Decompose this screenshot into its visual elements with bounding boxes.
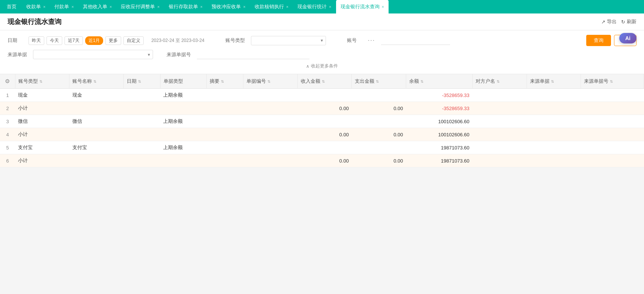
query-button[interactable]: 查询: [586, 35, 611, 46]
col-expense[interactable]: 支出金额⇅: [352, 74, 406, 89]
export-button[interactable]: ↗ 导出: [601, 18, 617, 25]
nav-tab-close-qitashoru[interactable]: ×: [110, 0, 112, 13]
col-settings[interactable]: ⚙: [0, 74, 15, 89]
table-cell: [123, 115, 160, 128]
table-cell: 5: [0, 141, 15, 154]
table-cell: [207, 89, 243, 102]
nav-tab-close-shoukuanhexiao[interactable]: ×: [286, 0, 288, 13]
date-shortcut-近1月[interactable]: 近1月: [85, 36, 104, 45]
table-cell: 0.00: [297, 102, 352, 115]
nav-tab-xianjinyinhangstatistic[interactable]: 现金银行统计×: [293, 0, 336, 13]
table-cell: 小计: [15, 128, 69, 141]
table-cell: [160, 154, 206, 167]
col-bill-no[interactable]: 单据编号⇅: [243, 74, 298, 89]
header-actions: ↗ 导出 ↻ 刷新: [601, 18, 636, 25]
account-type-select[interactable]: 现金 微信 支付宝: [251, 36, 326, 45]
table-cell: [581, 154, 644, 167]
nav-tab-close-yingshouyingfu[interactable]: ×: [157, 0, 159, 13]
table-cell: [472, 115, 527, 128]
table-row: 1现金现金上期余额-3528659.33: [0, 89, 644, 102]
account-dots[interactable]: ···: [368, 37, 375, 44]
nav-tab-qitashoru[interactable]: 其他收入单×: [78, 0, 116, 13]
refresh-button[interactable]: ↻ 刷新: [621, 18, 636, 25]
table-cell: [297, 115, 352, 128]
table-cell: [297, 141, 352, 154]
date-shortcut-昨天[interactable]: 昨天: [29, 36, 44, 45]
table-cell: [581, 128, 644, 141]
col-counterpart[interactable]: 对方户名⇅: [472, 74, 527, 89]
date-shortcut-自定义[interactable]: 自定义: [123, 36, 144, 45]
table-row: 3微信微信上期余额100102606.60: [0, 115, 644, 128]
nav-tab-xianjinyinhangliushui[interactable]: 现金银行流水查询×: [336, 0, 389, 13]
table-cell: 小计: [15, 154, 69, 167]
table-cell: [243, 141, 298, 154]
filter-area: 日期 昨天今天近7天近1月更多自定义 2023-02-24 至 2023-03-…: [0, 30, 644, 74]
ai-button[interactable]: Ai: [619, 33, 636, 43]
table-cell: 支付宝: [69, 141, 124, 154]
table-cell: [581, 102, 644, 115]
account-type-select-wrapper: 现金 微信 支付宝: [251, 36, 326, 45]
table-cell: -3528659.33: [406, 89, 472, 102]
nav-tabs: 收款单×付款单×其他收入单×应收应付调整单×银行存取款单×预收冲应收单×收款核销…: [22, 0, 389, 13]
settings-gear-icon[interactable]: ⚙: [5, 78, 10, 84]
table-cell: [472, 102, 527, 115]
nav-tab-yingshouyingfu[interactable]: 应收应付调整单×: [116, 0, 164, 13]
col-source-bill[interactable]: 来源单据⇅: [527, 74, 581, 89]
nav-tab-close-fukuan[interactable]: ×: [71, 0, 74, 13]
col-summary[interactable]: 摘要⇅: [207, 74, 243, 89]
nav-tab-yinhangcunqu[interactable]: 银行存取款单×: [164, 0, 207, 13]
col-balance[interactable]: 余额⇅: [406, 74, 472, 89]
nav-tab-label-yushou: 预收冲应收单: [212, 0, 241, 13]
nav-tab-label-fukuan: 付款单: [54, 0, 69, 13]
table-cell: [123, 89, 160, 102]
account-input[interactable]: [381, 36, 450, 45]
table-row: 2小计0.000.00-3528659.33: [0, 102, 644, 115]
table-cell: [123, 141, 160, 154]
table-cell: [69, 102, 124, 115]
nav-tab-close-xianjinyinhangliushui[interactable]: ×: [382, 0, 384, 13]
date-shortcut-近7天[interactable]: 近7天: [65, 36, 83, 45]
date-shortcut-更多[interactable]: 更多: [105, 36, 121, 45]
col-bill-type[interactable]: 单据类型: [160, 74, 206, 89]
nav-tab-close-xianjinyinhangstatistic[interactable]: ×: [329, 0, 331, 13]
nav-tab-close-yushou[interactable]: ×: [243, 0, 245, 13]
nav-tab-close-yinhangcunqu[interactable]: ×: [200, 0, 203, 13]
export-icon: ↗: [601, 19, 605, 25]
col-source-bill-no[interactable]: 来源单据号⇅: [581, 74, 644, 89]
date-range-text: 2023-02-24 至 2023-03-24: [151, 37, 204, 44]
nav-tab-label-shoukuan: 收款单: [26, 0, 41, 13]
source-bill-no-input[interactable]: [197, 50, 309, 59]
date-shortcut-今天[interactable]: 今天: [47, 36, 62, 45]
nav-tab-yushou[interactable]: 预收冲应收单×: [207, 0, 250, 13]
nav-tab-shoukuanhexiao[interactable]: 收款核销执行×: [250, 0, 293, 13]
table-cell: 小计: [15, 102, 69, 115]
table-cell: 100102606.60: [406, 115, 472, 128]
table-cell: [527, 115, 581, 128]
nav-tab-shoukuan[interactable]: 收款单×: [22, 0, 50, 13]
nav-tab-label-qitashoru: 其他收入单: [83, 0, 107, 13]
table-cell: [123, 102, 160, 115]
collapse-button[interactable]: ∧ 收起更多条件: [306, 63, 338, 69]
filter-row-2: 来源单据 来源单据号: [8, 50, 636, 59]
table-cell: [527, 154, 581, 167]
account-type-label: 账号类型: [225, 37, 245, 44]
table-cell: 0.00: [352, 102, 406, 115]
nav-home[interactable]: 首页: [2, 0, 22, 13]
table-cell: [527, 89, 581, 102]
nav-tab-label-yinhangcunqu: 银行存取款单: [169, 0, 198, 13]
nav-tab-close-shoukuan[interactable]: ×: [43, 0, 45, 13]
col-income[interactable]: 收入金额⇅: [297, 74, 352, 89]
table-header-row: ⚙ 账号类型⇅ 账号名称⇅ 日期⇅ 单据类型 摘要⇅ 单据编号⇅ 收入金额⇅ 支…: [0, 74, 644, 89]
table-cell: [352, 115, 406, 128]
table-cell: 6: [0, 154, 15, 167]
table-cell: [243, 89, 298, 102]
col-date[interactable]: 日期⇅: [123, 74, 160, 89]
table-cell: [207, 115, 243, 128]
col-account-name[interactable]: 账号名称⇅: [69, 74, 124, 89]
table-cell: [472, 141, 527, 154]
col-account-type[interactable]: 账号类型⇅: [15, 74, 69, 89]
table-cell: [160, 128, 206, 141]
source-bill-select[interactable]: [33, 50, 153, 59]
table-cell: 1: [0, 89, 15, 102]
nav-tab-fukuan[interactable]: 付款单×: [50, 0, 78, 13]
